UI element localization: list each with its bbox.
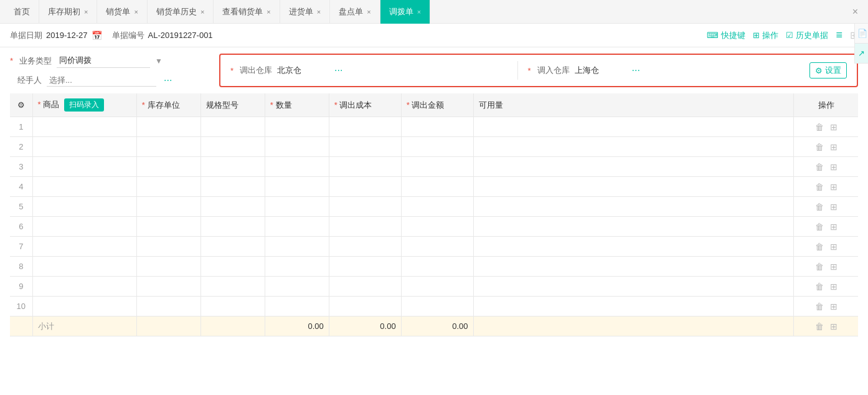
- tab-transfer[interactable]: 调拨单 ×: [380, 0, 430, 24]
- amount-cell[interactable]: [401, 177, 473, 197]
- amount-cell[interactable]: [401, 157, 473, 177]
- unit-cell[interactable]: [136, 277, 200, 297]
- tab-close-purchase[interactable]: ×: [317, 8, 321, 16]
- available-cell[interactable]: [473, 297, 794, 316]
- copy-row-icon[interactable]: ⊞: [830, 222, 837, 232]
- spec-cell[interactable]: [200, 297, 265, 316]
- amount-cell[interactable]: [401, 217, 473, 237]
- delete-row-icon[interactable]: 🗑: [815, 242, 824, 252]
- copy-row-icon[interactable]: ⊞: [830, 302, 837, 312]
- unit-cell[interactable]: [136, 157, 200, 177]
- tab-close-transfer[interactable]: ×: [417, 8, 421, 16]
- spec-cell[interactable]: [200, 137, 265, 157]
- product-cell[interactable]: [32, 177, 136, 197]
- table-scroll[interactable]: ⚙ * 商品 扫码录入 * 库存单位 规格型号 *: [10, 93, 858, 336]
- unit-cell[interactable]: [136, 177, 200, 197]
- product-cell[interactable]: [32, 217, 136, 237]
- qty-cell[interactable]: [265, 197, 329, 217]
- cost-cell[interactable]: [329, 197, 401, 217]
- unit-cell[interactable]: [136, 297, 200, 316]
- copy-row-icon[interactable]: ⊞: [830, 162, 837, 172]
- product-cell[interactable]: [32, 117, 136, 137]
- tab-purchase[interactable]: 进货单 ×: [280, 0, 330, 24]
- qty-cell[interactable]: [265, 237, 329, 257]
- copy-row-icon[interactable]: ⊞: [830, 122, 837, 132]
- setting-btn[interactable]: ⚙ 设置: [809, 62, 847, 79]
- tab-stocktake[interactable]: 盘点单 ×: [330, 0, 380, 24]
- spec-cell[interactable]: [200, 177, 265, 197]
- tab-view-sales[interactable]: 查看销货单 ×: [214, 0, 280, 24]
- spec-cell[interactable]: [200, 257, 265, 277]
- col-gear[interactable]: ⚙: [10, 93, 32, 117]
- unit-cell[interactable]: [136, 237, 200, 257]
- delete-row-icon[interactable]: 🗑: [815, 262, 824, 272]
- amount-cell[interactable]: [401, 257, 473, 277]
- close-all-tabs[interactable]: ×: [847, 6, 863, 17]
- qty-cell[interactable]: [265, 277, 329, 297]
- copy-row-icon[interactable]: ⊞: [830, 182, 837, 192]
- delete-row-icon[interactable]: 🗑: [815, 282, 824, 292]
- spec-cell[interactable]: [200, 237, 265, 257]
- delete-row-icon[interactable]: 🗑: [815, 122, 824, 132]
- delete-row-icon[interactable]: 🗑: [815, 302, 824, 312]
- handler-input[interactable]: [47, 74, 156, 87]
- spec-cell[interactable]: [200, 157, 265, 177]
- spec-cell[interactable]: [200, 197, 265, 217]
- business-type-value[interactable]: 同价调拨: [57, 54, 150, 68]
- amount-cell[interactable]: [401, 237, 473, 257]
- product-cell[interactable]: [32, 137, 136, 157]
- amount-cell[interactable]: [401, 197, 473, 217]
- tab-close-view-sales[interactable]: ×: [267, 8, 270, 16]
- qty-cell[interactable]: [265, 157, 329, 177]
- unit-cell[interactable]: [136, 137, 200, 157]
- product-cell[interactable]: [32, 157, 136, 177]
- copy-row-icon[interactable]: ⊞: [830, 242, 837, 252]
- business-type-dropdown[interactable]: ▼: [155, 57, 163, 65]
- shortcuts-btn[interactable]: ⌨ 快捷键: [707, 30, 745, 41]
- product-cell[interactable]: [32, 257, 136, 277]
- tab-close-inventory[interactable]: ×: [84, 8, 88, 16]
- qty-cell[interactable]: [265, 217, 329, 237]
- qty-cell[interactable]: [265, 297, 329, 316]
- tab-sales-history[interactable]: 销货单历史 ×: [148, 0, 214, 24]
- transfer-in-value[interactable]: 上海仓: [575, 65, 625, 76]
- product-cell[interactable]: [32, 297, 136, 316]
- cost-cell[interactable]: [329, 277, 401, 297]
- copy-row-icon[interactable]: ⊞: [830, 202, 837, 212]
- unit-cell[interactable]: [136, 217, 200, 237]
- tab-sales-order[interactable]: 销货单 ×: [97, 0, 147, 24]
- history-btn[interactable]: ☑ 历史单据: [786, 30, 828, 41]
- product-cell[interactable]: [32, 197, 136, 217]
- cost-cell[interactable]: [329, 237, 401, 257]
- spec-cell[interactable]: [200, 117, 265, 137]
- qty-cell[interactable]: [265, 257, 329, 277]
- qty-cell[interactable]: [265, 137, 329, 157]
- cost-cell[interactable]: [329, 217, 401, 237]
- scan-button[interactable]: 扫码录入: [64, 98, 104, 112]
- amount-cell[interactable]: [401, 297, 473, 316]
- cost-cell[interactable]: [329, 297, 401, 316]
- product-cell[interactable]: [32, 237, 136, 257]
- available-cell[interactable]: [473, 277, 794, 297]
- amount-cell[interactable]: [401, 277, 473, 297]
- available-cell[interactable]: [473, 117, 794, 137]
- transfer-out-more-btn[interactable]: ···: [332, 65, 345, 76]
- available-cell[interactable]: [473, 237, 794, 257]
- available-cell[interactable]: [473, 137, 794, 157]
- delete-row-icon[interactable]: 🗑: [815, 202, 824, 212]
- cost-cell[interactable]: [329, 117, 401, 137]
- tab-close-sales-history[interactable]: ×: [200, 8, 204, 16]
- available-cell[interactable]: [473, 177, 794, 197]
- delete-icon[interactable]: 🗑: [815, 321, 824, 331]
- amount-cell[interactable]: [401, 117, 473, 137]
- unit-cell[interactable]: [136, 197, 200, 217]
- cost-cell[interactable]: [329, 137, 401, 157]
- transfer-out-value[interactable]: 北京仓: [277, 65, 327, 76]
- transfer-in-more-btn[interactable]: ···: [630, 65, 643, 76]
- available-cell[interactable]: [473, 257, 794, 277]
- qty-cell[interactable]: [265, 177, 329, 197]
- unit-cell[interactable]: [136, 257, 200, 277]
- handler-more-btn[interactable]: ···: [161, 75, 174, 86]
- unit-cell[interactable]: [136, 117, 200, 137]
- tab-close-stocktake[interactable]: ×: [367, 8, 370, 16]
